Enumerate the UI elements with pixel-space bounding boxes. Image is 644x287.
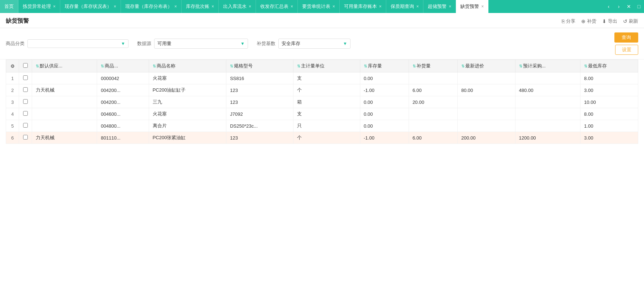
th-spec[interactable]: ⇅规格型号: [226, 60, 293, 72]
row-checkbox[interactable]: [19, 120, 32, 132]
replenish-base-select[interactable]: 安全库存 ▼: [278, 39, 351, 49]
row-code: 004600...: [97, 108, 149, 120]
row-latest-price: [457, 72, 515, 84]
export-button[interactable]: ⬇ 导出: [602, 18, 617, 25]
row-estimated-purchase: [515, 96, 580, 108]
row-unit: 只: [293, 120, 360, 132]
tab-inout-flow[interactable]: 出入库流水×: [219, 0, 256, 13]
row-replenish-qty: [409, 108, 457, 120]
tab-close-collect-summary[interactable]: ×: [291, 4, 293, 9]
row-supplier: [32, 108, 97, 120]
th-gear[interactable]: ⚙: [6, 60, 19, 72]
tab-close-window[interactable]: ✕: [624, 0, 634, 13]
row-min-stock: 8.00: [580, 72, 638, 84]
row-spec: DS250*23c...: [226, 120, 293, 132]
row-checkbox[interactable]: [19, 132, 32, 144]
tab-close-available-ledger[interactable]: ×: [379, 4, 382, 9]
select-all-checkbox[interactable]: [23, 63, 28, 68]
tab-label-collect-summary: 收发存汇总表: [260, 3, 288, 10]
tab-maximize[interactable]: □: [634, 0, 644, 13]
tab-collect-summary[interactable]: 收发存汇总表×: [256, 0, 298, 13]
tab-close-inventory-status[interactable]: ×: [114, 4, 116, 9]
row-name: 三九: [149, 96, 226, 108]
category-dropdown-icon: ▼: [121, 41, 125, 46]
datasource-select[interactable]: 可用量 ▼: [154, 39, 248, 49]
settings-button[interactable]: 设置: [615, 45, 638, 55]
data-table: ⚙ ⇅默认供应... ⇅商品... ⇅商品名称 ⇅规格型号 ⇅主计量单位 ⇅库存…: [6, 59, 638, 144]
tab-close-expiry-query[interactable]: ×: [416, 4, 419, 9]
row-stock: 0.00: [360, 72, 409, 84]
category-select[interactable]: ▼: [27, 39, 129, 48]
row-checkbox-input[interactable]: [23, 135, 28, 140]
row-checkbox-input[interactable]: [23, 75, 28, 80]
query-button[interactable]: 查询: [614, 32, 638, 43]
row-name: 离合片: [149, 120, 226, 132]
row-unit: 支: [293, 72, 360, 84]
tab-close-batch-account[interactable]: ×: [212, 4, 214, 9]
th-estimated-purchase[interactable]: ⇅预计采购...: [515, 60, 580, 72]
row-checkbox-input[interactable]: [23, 99, 28, 104]
tab-close-inventory-dist[interactable]: ×: [174, 4, 177, 9]
replenish-button[interactable]: ⊕ 补货: [581, 18, 596, 25]
row-spec: J7092: [226, 108, 293, 120]
tab-shortage[interactable]: 缺货预警×: [456, 0, 488, 13]
tab-overstock[interactable]: 超储预警×: [423, 0, 456, 13]
tab-abnormal[interactable]: 拣货异常处理×: [18, 0, 60, 13]
tab-requisition-stat[interactable]: 要货单统计表×: [298, 0, 340, 13]
row-estimated-purchase: 480.00: [515, 84, 580, 96]
th-stock[interactable]: ⇅库存量: [360, 60, 409, 72]
row-checkbox-input[interactable]: [23, 123, 28, 128]
row-num: 5: [6, 120, 19, 132]
replenish-base-value: 安全库存: [282, 40, 300, 47]
tab-nav-prev[interactable]: ‹: [604, 0, 614, 13]
tab-close-overstock[interactable]: ×: [449, 4, 451, 9]
row-supplier: [32, 96, 97, 108]
tab-close-abnormal[interactable]: ×: [53, 4, 56, 9]
tab-inventory-status[interactable]: 现存量（库存状况表）×: [60, 0, 121, 13]
tab-close-requisition-stat[interactable]: ×: [332, 4, 335, 9]
th-product-name[interactable]: ⇅商品名称: [149, 60, 226, 72]
refresh-button[interactable]: ↺ 刷新: [623, 18, 638, 25]
row-estimated-purchase: [515, 108, 580, 120]
tab-available-ledger[interactable]: 可用量库存账本×: [340, 0, 386, 13]
row-replenish-qty: [409, 120, 457, 132]
tab-home[interactable]: 首页: [0, 0, 18, 13]
datasource-label: 数据源: [137, 40, 151, 47]
th-unit[interactable]: ⇅主计量单位: [293, 60, 360, 72]
tab-label-inventory-dist: 现存量（库存分布表）: [125, 3, 172, 10]
row-checkbox[interactable]: [19, 72, 32, 84]
row-replenish-qty: 20.00: [409, 96, 457, 108]
tab-label-home: 首页: [4, 3, 14, 10]
row-replenish-qty: 6.00: [409, 132, 457, 144]
row-min-stock: 3.00: [580, 132, 638, 144]
share-icon: ⎘: [562, 18, 565, 24]
filter-group-datasource: 数据源 可用量 ▼: [137, 39, 248, 49]
th-product-code[interactable]: ⇅商品...: [97, 60, 149, 72]
row-num: 1: [6, 72, 19, 84]
th-replenish-qty[interactable]: ⇅补货量: [409, 60, 457, 72]
th-supplier[interactable]: ⇅默认供应...: [32, 60, 97, 72]
row-latest-price: [457, 108, 515, 120]
main-content: 缺货预警 ⎘ 分享 ⊕ 补货 ⬇ 导出 ↺ 刷新 商品分类: [0, 13, 644, 287]
row-latest-price: [457, 120, 515, 132]
row-checkbox[interactable]: [19, 84, 32, 96]
row-checkbox-input[interactable]: [23, 111, 28, 116]
category-label: 商品分类: [6, 40, 25, 47]
row-stock: 0.00: [360, 96, 409, 108]
tab-expiry-query[interactable]: 保质期查询×: [386, 0, 423, 13]
row-stock: -1.00: [360, 132, 409, 144]
row-checkbox[interactable]: [19, 96, 32, 108]
tab-batch-account[interactable]: 库存批次账×: [182, 0, 219, 13]
row-code: 004800...: [97, 120, 149, 132]
tab-close-inout-flow[interactable]: ×: [249, 4, 251, 9]
row-stock: 0.00: [360, 120, 409, 132]
tab-nav-next[interactable]: ›: [614, 0, 624, 13]
tab-inventory-dist[interactable]: 现存量（库存分布表）×: [121, 0, 182, 13]
row-checkbox[interactable]: [19, 108, 32, 120]
row-name: PC200张紧油缸: [149, 132, 226, 144]
th-latest-price[interactable]: ⇅最新进价: [457, 60, 515, 72]
share-button[interactable]: ⎘ 分享: [562, 18, 575, 25]
th-min-stock[interactable]: ⇅最低库存: [580, 60, 638, 72]
tab-close-shortage[interactable]: ×: [481, 4, 484, 9]
row-checkbox-input[interactable]: [23, 87, 28, 92]
